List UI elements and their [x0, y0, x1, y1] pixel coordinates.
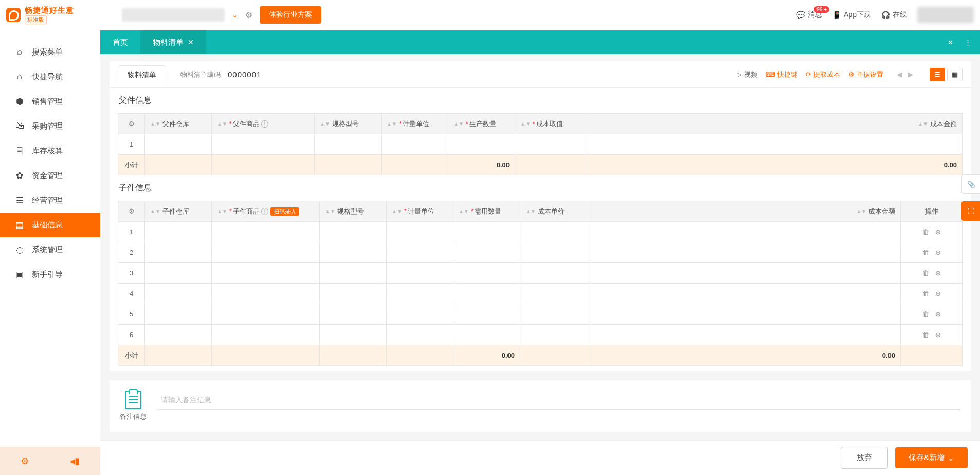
cell-warehouse[interactable] [145, 263, 212, 284]
cell-spec[interactable] [320, 263, 387, 284]
col-parent-qty[interactable]: ▲▼*生产数量 [448, 114, 515, 134]
sort-icon[interactable]: ▲▼ [387, 122, 397, 126]
table-row[interactable]: 4🗑⊕ [118, 284, 963, 304]
cell-warehouse[interactable] [145, 284, 212, 304]
sort-icon[interactable]: ▲▼ [918, 122, 928, 126]
col-parent-product[interactable]: ▲▼*父件商品! [212, 114, 315, 134]
cell-spec[interactable] [320, 222, 387, 242]
col-parent-spec[interactable]: ▲▼规格型号 [315, 114, 382, 134]
remark-input[interactable] [159, 391, 960, 410]
delete-icon[interactable]: 🗑 [922, 310, 929, 318]
action-video[interactable]: ▷视频 [737, 70, 757, 79]
cell-cost-amount[interactable] [592, 242, 901, 263]
content-scroll[interactable]: 物料清单 物料清单编码 0000001 ▷视频 ⌨快捷键 ⟳提取成本 ⚙单据设置… [100, 54, 980, 440]
cell-unit[interactable] [387, 263, 453, 284]
sort-icon[interactable]: ▲▼ [520, 122, 531, 126]
delete-icon[interactable]: 🗑 [922, 249, 929, 256]
delete-icon[interactable]: 🗑 [922, 228, 929, 236]
sort-icon[interactable]: ▲▼ [453, 122, 464, 126]
cell-unit-cost[interactable] [520, 304, 592, 325]
cell-unit-cost[interactable] [520, 263, 592, 284]
cell-product[interactable] [212, 134, 315, 155]
cell-cost-amount[interactable] [587, 134, 963, 155]
cell-unit-cost[interactable] [520, 325, 592, 345]
table-row[interactable]: 6🗑⊕ [118, 325, 963, 345]
add-row-icon[interactable]: ⊕ [935, 269, 941, 277]
sidebar-item-basicinfo[interactable]: ▤基础信息 [0, 213, 100, 237]
cell-qty[interactable] [448, 134, 515, 155]
cell-warehouse[interactable] [145, 222, 212, 242]
cell-unit[interactable] [387, 222, 453, 242]
add-row-icon[interactable]: ⊕ [935, 228, 941, 236]
app-download-link[interactable]: 📱 App下载 [832, 10, 871, 20]
col-child-qty[interactable]: ▲▼*需用数量 [453, 201, 520, 222]
prev-record[interactable]: ◀ [895, 71, 904, 78]
discard-button[interactable]: 放弃 [841, 447, 888, 469]
cell-cost-amount[interactable] [592, 263, 901, 284]
col-settings[interactable]: ⚙ [118, 114, 145, 134]
cell-unit-cost[interactable] [520, 284, 592, 304]
panel-tab-bom[interactable]: 物料清单 [118, 65, 166, 84]
col-parent-unit[interactable]: ▲▼*计量单位 [382, 114, 448, 134]
col-child-unit[interactable]: ▲▼*计量单位 [387, 201, 453, 222]
cell-unit[interactable] [387, 325, 453, 345]
user-avatar-blurred[interactable] [917, 7, 974, 23]
delete-icon[interactable]: 🗑 [922, 269, 929, 277]
sidebar-item-system[interactable]: ◌系统管理 [0, 237, 100, 262]
cell-cost-amount[interactable] [592, 222, 901, 242]
cta-button[interactable]: 体验行业方案 [260, 6, 321, 24]
cell-product[interactable] [212, 222, 320, 242]
sort-icon[interactable]: ▲▼ [525, 210, 536, 213]
collapse-icon[interactable]: ◂▮ [70, 455, 80, 467]
cell-spec[interactable] [320, 284, 387, 304]
cell-product[interactable] [212, 263, 320, 284]
table-row[interactable]: 3🗑⊕ [118, 263, 963, 284]
col-child-cost-amount[interactable]: ▲▼成本金额 [592, 201, 901, 222]
cell-qty[interactable] [453, 263, 520, 284]
sort-icon[interactable]: ▲▼ [150, 122, 160, 126]
cell-qty[interactable] [453, 325, 520, 345]
cell-warehouse[interactable] [145, 242, 212, 263]
col-child-unit-cost[interactable]: ▲▼成本单价 [520, 201, 592, 222]
col-settings[interactable]: ⚙ [118, 201, 145, 222]
sidebar-item-purchase[interactable]: 🛍采购管理 [0, 114, 100, 138]
sort-icon[interactable]: ▲▼ [856, 210, 866, 213]
cell-unit-cost[interactable] [520, 222, 592, 242]
cell-warehouse[interactable] [145, 325, 212, 345]
col-child-warehouse[interactable]: ▲▼子件仓库 [145, 201, 212, 222]
cell-cost-amount[interactable] [592, 284, 901, 304]
expand-button[interactable]: ⛶ [961, 201, 980, 221]
delete-icon[interactable]: 🗑 [922, 331, 929, 339]
cell-qty[interactable] [453, 242, 520, 263]
tab-close-all[interactable]: ✕ [943, 35, 957, 49]
chevron-down-icon[interactable]: ⌄ [232, 11, 238, 19]
sort-icon[interactable]: ▲▼ [217, 122, 227, 126]
cell-unit[interactable] [387, 242, 453, 263]
cell-qty[interactable] [453, 222, 520, 242]
cell-cost-method[interactable] [515, 134, 587, 155]
scan-input-tag[interactable]: 扫码录入 [270, 207, 299, 216]
cell-product[interactable] [212, 304, 320, 325]
tab-more[interactable]: ⋮ [960, 35, 975, 49]
sort-icon[interactable]: ▲▼ [320, 122, 330, 126]
sidebar-item-inventory[interactable]: ⌸库存核算 [0, 138, 100, 163]
col-parent-cost-method[interactable]: ▲▼*成本取值 [515, 114, 587, 134]
sort-icon[interactable]: ▲▼ [150, 210, 160, 213]
col-parent-warehouse[interactable]: ▲▼父件仓库 [145, 114, 212, 134]
action-extract-cost[interactable]: ⟳提取成本 [806, 70, 840, 79]
cell-product[interactable] [212, 242, 320, 263]
cell-unit[interactable] [382, 134, 448, 155]
sort-icon[interactable]: ▲▼ [217, 210, 227, 213]
table-row[interactable]: 1🗑⊕ [118, 222, 963, 242]
cell-spec[interactable] [315, 134, 382, 155]
col-parent-cost-amount[interactable]: ▲▼成本金额 [587, 114, 963, 134]
sort-icon[interactable]: ▲▼ [392, 210, 402, 213]
cell-product[interactable] [212, 325, 320, 345]
action-doc-settings[interactable]: ⚙单据设置 [848, 70, 883, 79]
cell-spec[interactable] [320, 325, 387, 345]
org-selector-blurred[interactable] [122, 8, 225, 22]
sidebar-item-quicknav[interactable]: ⌂快捷导航 [0, 64, 100, 89]
add-row-icon[interactable]: ⊕ [935, 331, 941, 339]
sort-icon[interactable]: ▲▼ [459, 210, 469, 213]
sidebar-item-search[interactable]: ⌕搜索菜单 [0, 40, 100, 64]
